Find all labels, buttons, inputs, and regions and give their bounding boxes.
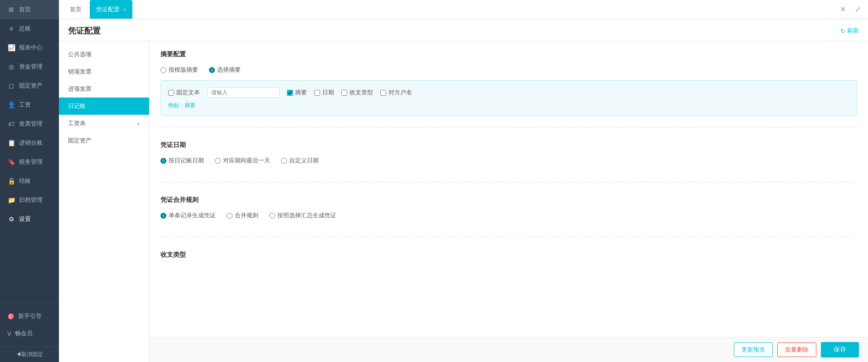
sidebar-item-reports[interactable]: 📈 报表中心 (0, 38, 59, 57)
ledger-icon: ≡ (7, 25, 15, 32)
closing-icon: 🔒 (7, 177, 15, 185)
chevron-down-icon: ∨ (136, 121, 140, 127)
nav-item-public[interactable]: 公共选项 (59, 46, 149, 63)
voucher-date-title: 凭证日期 (160, 141, 857, 149)
sidebar-item-closing[interactable]: 🔒 结账 (0, 171, 59, 191)
guide-icon: 🎯 (7, 313, 15, 320)
radio-last-day-input[interactable] (215, 158, 221, 164)
cb-counterparty[interactable]: 对方户名 (380, 88, 412, 97)
sidebar-item-ledger[interactable]: ≡ 总账 (0, 19, 59, 38)
nav-item-sales-invoice[interactable]: 销项发票 (59, 63, 149, 80)
content-layout: 公共选项 销项发票 进项发票 日记账 工资表 ∨ 固定资产 (59, 41, 868, 362)
cb-summary-input[interactable] (287, 90, 293, 96)
sidebar-item-tax[interactable]: 🔖 税务管理 (0, 152, 59, 171)
left-nav: 公共选项 销项发票 进项发票 日记账 工资表 ∨ 固定资产 (59, 41, 150, 362)
sidebar-collapse-btn[interactable]: ◀取消固定 (0, 347, 59, 362)
vip-icon: V (7, 330, 11, 337)
update-preview-btn[interactable]: 更新预览 (734, 342, 773, 357)
tax-icon: 🔖 (7, 158, 15, 166)
income-expense-title: 收支类型 (160, 251, 857, 259)
cb-fixed-text[interactable]: 固定文本 (168, 88, 200, 97)
window-close-btn[interactable]: ✕ (837, 3, 849, 15)
radio-template-summary[interactable]: 按模版摘要 (160, 66, 198, 74)
radio-select-summary[interactable]: 按照选择汇总生成凭证 (269, 211, 336, 220)
radio-single-record[interactable]: 单条记录生成凭证 (160, 211, 216, 220)
summary-config-section: 摘要配置 按模版摘要 选择摘要 (160, 50, 857, 127)
payroll-icon: 👤 (7, 101, 15, 108)
sidebar-item-purchase-sales[interactable]: 📋 进销台账 (0, 133, 59, 152)
summary-example: 例如：摘要 (168, 102, 849, 109)
income-expense-section: 收支类型 (160, 251, 857, 277)
radio-template-summary-input[interactable] (160, 67, 166, 73)
fixed-assets-icon: ◻ (7, 82, 15, 89)
nav-item-payroll-table[interactable]: 工资表 ∨ (59, 115, 149, 132)
cb-summary[interactable]: 摘要 (287, 88, 307, 97)
cb-fixed-text-input[interactable] (168, 90, 174, 96)
page-header: 凭证配置 ↻ 刷新 (59, 19, 868, 41)
main-area: 首页 凭证配置 × ✕ ⤢ 凭证配置 ↻ 刷新 公共选项 (59, 0, 868, 362)
nav-item-purchase-invoice[interactable]: 进项发票 (59, 80, 149, 98)
reports-icon: 📈 (7, 44, 15, 51)
summary-radio-row: 按模版摘要 选择摘要 (160, 66, 857, 74)
page-title: 凭证配置 (68, 25, 101, 36)
sidebar-item-funds[interactable]: ◎ 资金管理 (0, 57, 59, 76)
tab-close-icon[interactable]: × (123, 7, 126, 12)
radio-choose-summary[interactable]: 选择摘要 (209, 66, 241, 74)
sidebar-item-payroll[interactable]: 👤 工资 (0, 95, 59, 114)
radio-custom-date-input[interactable] (281, 158, 287, 164)
merge-rules-section: 凭证合并规则 单条记录生成凭证 合并规则 (160, 196, 857, 237)
archive-icon: 📁 (7, 196, 15, 204)
sidebar-item-guide[interactable]: 🎯 新手引导 (0, 308, 59, 325)
radio-single-record-input[interactable] (160, 213, 166, 219)
right-content: 摘要配置 按模版摘要 选择摘要 (150, 41, 868, 337)
summary-config-box: 固定文本 摘要 日期 (160, 80, 857, 116)
invoice-mgmt-icon: 🏷 (7, 120, 15, 127)
save-btn[interactable]: 保存 (821, 342, 859, 357)
radio-choose-summary-input[interactable] (209, 67, 215, 73)
batch-delete-btn[interactable]: 批量删除 (777, 342, 816, 357)
window-resize-btn[interactable]: ⤢ (852, 3, 863, 15)
voucher-date-section: 凭证日期 按日记账日期 对应期间最后一天 (160, 141, 857, 182)
home-icon: ⊞ (7, 6, 15, 13)
purchase-sales-icon: 📋 (7, 139, 15, 147)
tab-bar: 首页 凭证配置 × ✕ ⤢ (59, 0, 868, 19)
radio-last-day[interactable]: 对应期间最后一天 (215, 157, 270, 165)
funds-icon: ◎ (7, 63, 15, 70)
sidebar-item-settings[interactable]: ⚙ 设置 (0, 210, 59, 229)
nav-item-fixed-assets[interactable]: 固定资产 (59, 132, 149, 149)
settings-icon: ⚙ (7, 215, 15, 223)
summary-checkbox-row: 固定文本 摘要 日期 (168, 87, 849, 98)
radio-merge-rules-input[interactable] (227, 213, 233, 219)
cb-date[interactable]: 日期 (314, 88, 334, 97)
cb-income-expense-input[interactable] (341, 90, 347, 96)
radio-custom-date[interactable]: 自定义日期 (281, 157, 319, 165)
radio-by-journal-date[interactable]: 按日记账日期 (160, 157, 204, 165)
sidebar-item-home[interactable]: ⊞ 首页 (0, 0, 59, 19)
radio-by-journal-date-input[interactable] (160, 158, 166, 164)
sidebar-item-vip[interactable]: V 畅会员 (0, 325, 59, 342)
cb-date-input[interactable] (314, 90, 320, 96)
page-content: 凭证配置 ↻ 刷新 公共选项 销项发票 进项发票 日记账 (59, 19, 868, 362)
sidebar: ⊞ 首页 ≡ 总账 📈 报表中心 ◎ 资金管理 ◻ 固定资产 👤 工资 🏷 发票… (0, 0, 59, 362)
tab-bar-actions: ✕ ⤢ (837, 3, 863, 15)
tab-home[interactable]: 首页 (63, 0, 88, 19)
refresh-btn[interactable]: ↻ 刷新 (840, 27, 859, 35)
bottom-bar: 更新预览 批量删除 保存 (150, 337, 868, 362)
summary-config-title: 摘要配置 (160, 50, 857, 59)
merge-rules-title: 凭证合并规则 (160, 196, 857, 204)
sidebar-item-fixed-assets[interactable]: ◻ 固定资产 (0, 76, 59, 95)
merge-rules-radio-row: 单条记录生成凭证 合并规则 按照选择汇总生成凭证 (160, 211, 857, 220)
fixed-text-input[interactable] (207, 87, 280, 98)
sidebar-item-invoice-mgmt[interactable]: 🏷 发票管理 (0, 114, 59, 133)
nav-item-journal[interactable]: 日记账 (59, 98, 149, 115)
radio-merge-rules[interactable]: 合并规则 (227, 211, 258, 220)
voucher-date-radio-row: 按日记账日期 对应期间最后一天 自定义日期 (160, 157, 857, 165)
cb-income-expense[interactable]: 收支类型 (341, 88, 373, 97)
sidebar-item-archive[interactable]: 📁 归档管理 (0, 191, 59, 210)
tab-voucher-config[interactable]: 凭证配置 × (90, 0, 132, 19)
refresh-icon: ↻ (840, 28, 845, 34)
cb-counterparty-input[interactable] (380, 90, 386, 96)
radio-select-summary-input[interactable] (269, 213, 275, 219)
sidebar-bottom: 🎯 新手引导 V 畅会员 (0, 303, 59, 347)
